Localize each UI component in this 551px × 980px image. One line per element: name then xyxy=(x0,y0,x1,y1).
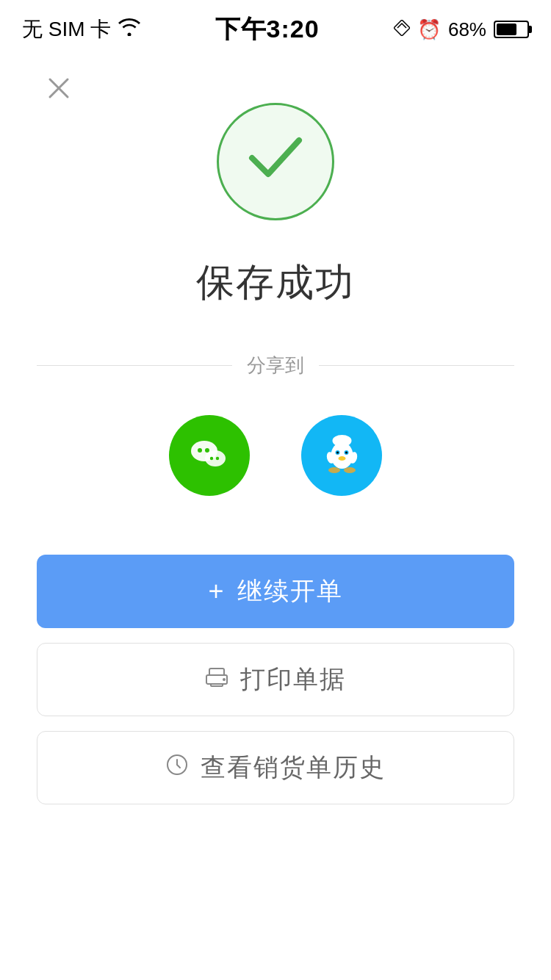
success-circle xyxy=(217,103,334,220)
history-button[interactable]: 查看销货单历史 xyxy=(37,731,514,804)
svg-point-3 xyxy=(198,448,202,453)
share-divider: 分享到 xyxy=(37,353,514,378)
share-icons xyxy=(37,415,514,496)
history-icon xyxy=(165,753,189,782)
success-title: 保存成功 xyxy=(196,257,355,309)
close-icon xyxy=(46,75,72,101)
divider-left xyxy=(37,365,232,366)
print-label: 打印单据 xyxy=(240,663,346,696)
close-button[interactable] xyxy=(37,66,81,110)
status-right: ⏰ 68% xyxy=(394,18,529,41)
svg-point-11 xyxy=(336,451,339,453)
qq-icon xyxy=(318,432,366,480)
no-sim-label: 无 SIM 卡 xyxy=(22,15,111,43)
continue-button[interactable]: + 继续开单 xyxy=(37,555,514,628)
wechat-share-button[interactable] xyxy=(169,415,250,496)
svg-point-22 xyxy=(223,678,226,681)
main-content: 保存成功 分享到 xyxy=(0,59,551,804)
action-buttons: + 继续开单 打印单据 xyxy=(0,555,551,804)
share-section: 分享到 xyxy=(0,353,551,496)
location-icon xyxy=(394,18,410,41)
checkmark-icon xyxy=(246,131,305,192)
print-button[interactable]: 打印单据 xyxy=(37,643,514,716)
continue-label: 继续开单 xyxy=(237,574,343,608)
share-label: 分享到 xyxy=(247,353,304,378)
wifi-icon xyxy=(118,18,140,41)
battery-icon xyxy=(494,21,529,38)
divider-right xyxy=(319,365,514,366)
svg-point-7 xyxy=(215,456,218,459)
status-left: 无 SIM 卡 xyxy=(22,15,140,43)
alarm-icon: ⏰ xyxy=(417,18,441,41)
history-label: 查看销货单历史 xyxy=(201,751,386,785)
wechat-icon xyxy=(186,432,234,480)
status-time: 下午3:20 xyxy=(215,12,320,46)
svg-point-6 xyxy=(209,456,212,459)
svg-point-14 xyxy=(332,435,351,447)
battery-percent: 68% xyxy=(448,18,486,41)
svg-point-17 xyxy=(328,467,340,473)
qq-share-button[interactable] xyxy=(301,415,382,496)
svg-point-5 xyxy=(205,450,226,466)
svg-point-4 xyxy=(205,448,209,453)
svg-point-13 xyxy=(338,456,345,461)
status-bar: 无 SIM 卡 下午3:20 ⏰ 68% xyxy=(0,0,551,59)
svg-point-12 xyxy=(345,451,347,453)
svg-point-18 xyxy=(344,467,356,473)
continue-plus-icon: + xyxy=(208,576,225,607)
print-icon xyxy=(205,666,228,694)
